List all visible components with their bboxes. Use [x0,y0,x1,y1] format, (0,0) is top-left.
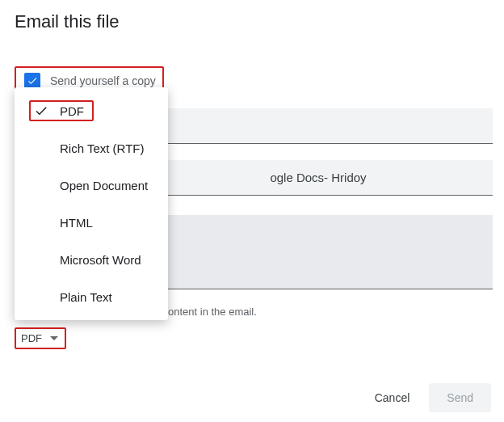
menu-item-label: Plain Text [60,290,112,304]
menu-item-label: Microsoft Word [60,253,141,267]
format-dropdown[interactable]: PDF [15,327,66,349]
menu-item-docx[interactable]: Microsoft Word [15,241,168,278]
menu-item-label: Rich Text (RTF) [60,141,144,155]
format-menu: PDF Rich Text (RTF) Open Document HTML M… [15,87,168,320]
menu-item-txt[interactable]: Plain Text [15,278,168,315]
checkbox-label: Send yourself a copy [50,74,156,87]
menu-item-pdf[interactable]: PDF [15,92,168,129]
dialog-title: Email this file [15,11,489,32]
cancel-button[interactable]: Cancel [363,383,422,412]
menu-item-odt[interactable]: Open Document [15,167,168,204]
menu-item-html[interactable]: HTML [15,204,168,241]
menu-item-label: HTML [60,216,93,230]
hint-text: ontent in the email. [168,306,489,318]
checkbox-icon [24,73,40,89]
subject-value: ogle Docs- Hridoy [270,171,366,184]
menu-item-rtf[interactable]: Rich Text (RTF) [15,129,168,167]
menu-item-label: PDF [60,104,84,118]
check-icon [34,103,52,118]
send-button[interactable]: Send [429,383,491,412]
dialog-actions: Cancel Send [363,383,491,412]
menu-item-label: Open Document [60,179,148,192]
format-selected-label: PDF [21,332,42,344]
chevron-down-icon [50,336,58,340]
